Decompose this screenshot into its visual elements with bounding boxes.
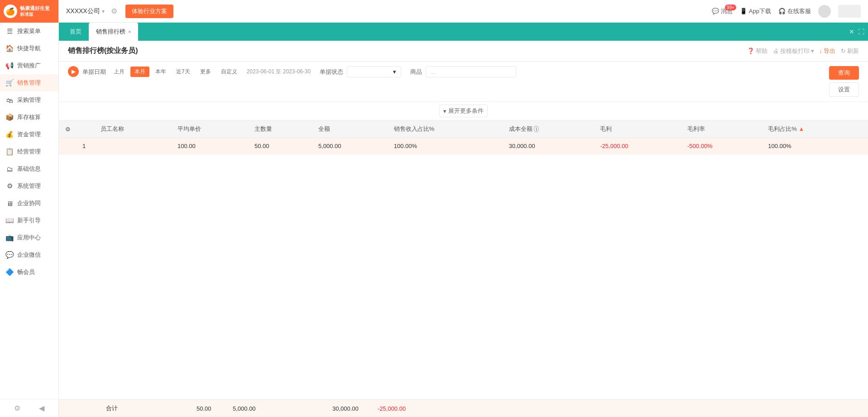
print-button[interactable]: 🖨 按模板打印 ▾ (773, 47, 814, 55)
filter-controls-row: 单据日期 上月 本月 本年 近7天 更多 自定义 2023-06-01 至 20… (82, 66, 824, 77)
header-right: 💬 消息 99+ 📱 App下载 🎧 在线客服 (712, 5, 861, 18)
row-amount: 5,000.00 (313, 138, 388, 154)
avatar[interactable] (818, 5, 831, 18)
row-sales-pct: 100.00% (388, 138, 504, 154)
topbar-settings-icon[interactable]: ⚙ (111, 7, 117, 15)
logo-text: 畅康通好生意 标准版 (20, 5, 50, 17)
col-settings[interactable]: ⚙ (59, 120, 77, 138)
sidebar-item-应用中心[interactable]: 📺应用中心 (0, 229, 58, 246)
goods-filter-group: 商品 ... (410, 66, 516, 77)
table-header-row: ⚙ 员工名称 平均单价 主数量 全额 销售收入占比% 成本全额 i 毛利 毛利率… (59, 120, 868, 138)
sidebar-item-快捷导航[interactable]: 🏠快捷导航 (0, 40, 58, 57)
nav-icon: ⚙ (5, 182, 14, 190)
app-download-item[interactable]: 📱 App下载 (740, 7, 771, 15)
col-avg-price: 平均单价 (172, 120, 249, 138)
avatar-placeholder (838, 5, 861, 18)
row-profit-pct: 100.00% (762, 138, 868, 154)
sidebar-item-基础信息[interactable]: 🗂基础信息 (0, 160, 58, 177)
row-quantity: 50.00 (249, 138, 313, 154)
row-settings[interactable] (59, 138, 77, 154)
row-avg-price: 100.00 (172, 138, 249, 154)
date-tab-7days[interactable]: 近7天 (172, 67, 194, 77)
sidebar-item-搜索菜单[interactable]: ☰搜索菜单 (0, 23, 58, 40)
status-select[interactable]: ▾ (347, 66, 401, 77)
nav-label: 营销推广 (17, 62, 41, 70)
help-link[interactable]: ❓ 帮助 (747, 47, 767, 55)
filter-collapse-button[interactable]: ▶ (68, 66, 79, 77)
col-sales-pct: 销售收入占比% (388, 120, 504, 138)
nav-label: 企业协同 (17, 199, 41, 207)
page-content: 销售排行榜(按业务员) ❓ 帮助 🖨 按模板打印 ▾ ↓ 导出 (59, 41, 868, 417)
sidebar: 🍊 畅康通好生意 标准版 ☰搜索菜单🏠快捷导航📢营销推广🛒销售管理🛍采购管理📦库… (0, 0, 59, 417)
sidebar-item-企业微信[interactable]: 💬企业微信 (0, 246, 58, 264)
table-footer: 合计 50.00 5,000.00 30,000.00 -25,000.00 (59, 399, 868, 417)
nav-icon: ☰ (5, 27, 14, 35)
nav-icon: 📖 (5, 216, 14, 225)
col-profit-pct: 毛利占比% ▲ (762, 120, 868, 138)
footer-cost: 30,000.00 (327, 405, 372, 412)
expand-icon: ▾ (443, 108, 446, 115)
col-profit-rate: 毛利率 (682, 120, 762, 138)
date-tab-custom[interactable]: 自定义 (217, 67, 241, 77)
filter-section: ▶ 单据日期 上月 本月 本年 近7天 更多 自定义 2023-06-01 至 (59, 62, 868, 102)
table-body: 1 100.00 50.00 5,000.00 100.00% 30,000.0… (59, 138, 868, 154)
date-tab-year[interactable]: 本年 (151, 67, 170, 77)
nav-label: 销售管理 (17, 79, 41, 87)
date-tab-this-month[interactable]: 本月 (130, 67, 149, 77)
help-icon: ❓ (747, 48, 754, 54)
sidebar-collapse-icon[interactable]: ◀ (39, 404, 44, 412)
sidebar-item-企业协同[interactable]: 🖥企业协同 (0, 195, 58, 212)
sidebar-nav: ☰搜索菜单🏠快捷导航📢营销推广🛒销售管理🛍采购管理📦库存核算💰资金管理📋经营管理… (0, 23, 58, 399)
refresh-button[interactable]: ↻ 刷新 (841, 47, 859, 55)
company-selector[interactable]: XXXXX公司 ▾ (66, 7, 105, 15)
message-item[interactable]: 💬 消息 99+ (712, 7, 733, 15)
date-tab-prev[interactable]: 上月 (110, 67, 129, 77)
nav-icon: 🛒 (5, 79, 14, 87)
nav-label: 搜索菜单 (17, 27, 41, 35)
query-button[interactable]: 查询 (829, 66, 859, 80)
sidebar-logo: 🍊 畅康通好生意 标准版 (0, 0, 58, 23)
sidebar-item-经营管理[interactable]: 📋经营管理 (0, 143, 58, 160)
online-service-item[interactable]: 🎧 在线客服 (778, 7, 811, 15)
nav-icon: 🏠 (5, 44, 14, 53)
row-rank: 1 (77, 138, 95, 154)
table-row: 1 100.00 50.00 5,000.00 100.00% 30,000.0… (59, 138, 868, 154)
tab-close-icon[interactable]: × (128, 29, 131, 34)
date-tab-more[interactable]: 更多 (196, 67, 215, 77)
home-tab-label: 首页 (70, 28, 82, 36)
row-name (95, 138, 172, 154)
sidebar-item-畅会员[interactable]: 🔷畅会员 (0, 264, 58, 281)
date-filter-label: 单据日期 (82, 68, 106, 76)
table-container: ⚙ 员工名称 平均单价 主数量 全额 销售收入占比% 成本全额 i 毛利 毛利率… (59, 120, 868, 399)
export-button[interactable]: ↓ 导出 (820, 47, 836, 55)
nav-icon: 💰 (5, 130, 14, 139)
tab-sales-label: 销售排行榜 (96, 28, 125, 36)
sidebar-item-采购管理[interactable]: 🛍采购管理 (0, 91, 58, 109)
settings-button[interactable]: 设置 (829, 82, 859, 97)
company-name: XXXXX公司 (66, 7, 100, 15)
tab-home[interactable]: 首页 (62, 23, 89, 41)
nav-icon: 📋 (5, 148, 14, 156)
company-dropdown-icon: ▾ (102, 8, 105, 14)
expand-button[interactable]: ▾ 展开更多条件 (439, 105, 488, 117)
nav-icon: 🖥 (5, 200, 14, 207)
row-cost: 30,000.00 (504, 138, 595, 154)
nav-icon: 📺 (5, 234, 14, 242)
sidebar-settings-icon[interactable]: ⚙ (14, 404, 20, 412)
sidebar-item-营销推广[interactable]: 📢营销推广 (0, 57, 58, 74)
nav-label: 应用中心 (17, 234, 41, 242)
sidebar-item-新手引导[interactable]: 📖新手引导 (0, 212, 58, 229)
sidebar-item-资金管理[interactable]: 💰资金管理 (0, 126, 58, 143)
sidebar-item-系统管理[interactable]: ⚙系统管理 (0, 177, 58, 195)
tab-close-all-icon[interactable]: ✕ (849, 28, 854, 35)
tab-sales-ranking[interactable]: 销售排行榜 × (89, 23, 138, 41)
trial-button[interactable]: 体验行业方案 (125, 5, 173, 18)
tab-restore-icon[interactable]: ⛶ (858, 28, 864, 35)
sidebar-item-库存核算[interactable]: 📦库存核算 (0, 109, 58, 126)
sidebar-item-销售管理[interactable]: 🛒销售管理 (0, 74, 58, 91)
col-name: 员工名称 (95, 120, 172, 138)
nav-icon: 🗂 (5, 165, 14, 173)
goods-input[interactable]: ... (426, 66, 516, 77)
nav-icon: 🔷 (5, 268, 14, 276)
row-profit-rate: -500.00% (682, 138, 762, 154)
